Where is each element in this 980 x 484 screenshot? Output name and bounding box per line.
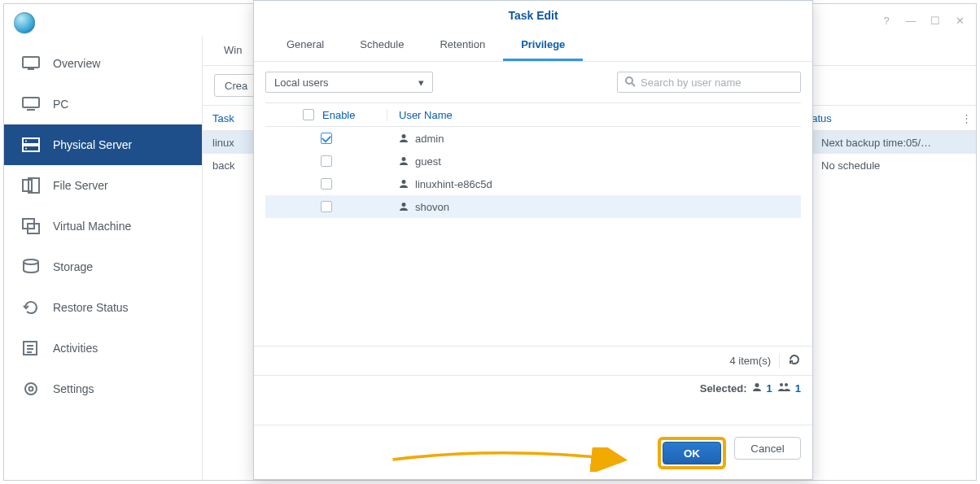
user-search[interactable] [617,72,801,93]
enable-checkbox[interactable] [321,178,332,190]
user-scope-select[interactable]: Local users ▾ [265,72,433,93]
user-icon [399,179,409,189]
svg-rect-3 [27,109,35,111]
close-icon[interactable]: ✕ [953,14,966,27]
enable-checkbox[interactable] [321,155,332,167]
user-name: guest [415,155,441,168]
group-icon [777,382,790,395]
sidebar-item-label: Storage [53,260,93,273]
user-row[interactable]: guest [265,150,801,172]
vm-icon [22,218,42,234]
ok-highlight: OK [658,437,726,469]
minimize-icon[interactable]: — [904,14,917,27]
user-row[interactable]: admin [265,127,801,150]
user-row[interactable]: linuxhint-e86c5d [265,172,801,195]
bg-th-task[interactable]: Task [203,112,252,124]
item-count: 4 item(s) [729,355,771,367]
th-username[interactable]: User Name [387,109,801,121]
sidebar-item-activities[interactable]: Activities [4,328,202,368]
enable-checkbox[interactable] [321,201,332,212]
user-row[interactable]: shovon [265,195,801,218]
maximize-icon[interactable]: ☐ [929,14,942,27]
svg-rect-2 [23,98,39,107]
sidebar-item-storage[interactable]: Storage [4,246,202,287]
help-icon[interactable]: ? [880,14,893,27]
sidebar-item-label: Settings [53,382,94,395]
user-icon [399,202,409,211]
overview-icon [22,55,42,72]
svg-line-20 [632,83,635,86]
sidebar-item-settings[interactable]: Settings [4,368,202,409]
user-name: shovon [415,201,449,213]
user-icon [752,382,762,395]
task-edit-modal: Task Edit General Schedule Retention Pri… [253,0,813,480]
summary-bar: 4 item(s) [254,346,812,375]
gear-icon [22,381,42,397]
tab-retention[interactable]: Retention [422,30,503,61]
selected-bar: Selected: 1 1 [254,375,812,401]
sidebar-item-label: Activities [53,342,98,355]
svg-point-18 [29,387,33,391]
sidebar-item-overview[interactable]: Overview [4,43,202,84]
sidebar-item-physical-server[interactable]: Physical Server [4,124,202,165]
sidebar-item-label: Overview [53,57,100,70]
sidebar: Overview PC Physical Server File Server … [4,37,203,480]
task-status: Next backup time:05/… [821,137,976,149]
bg-th-status[interactable]: Status [802,112,956,124]
svg-point-17 [25,383,37,395]
svg-rect-0 [23,57,39,68]
refresh-icon[interactable] [788,353,801,368]
chevron-down-icon: ▾ [418,76,424,89]
modal-title: Task Edit [254,1,812,30]
sidebar-item-label: Restore Status [53,301,129,314]
tab-privilege[interactable]: Privilege [503,30,583,61]
storage-icon [22,259,42,275]
select-value: Local users [274,76,328,89]
bg-tab-windows[interactable]: Win [212,37,253,65]
cancel-button[interactable]: Cancel [734,437,801,460]
create-button[interactable]: Crea [214,74,258,97]
tab-general[interactable]: General [269,30,342,61]
pc-icon [22,96,42,112]
sidebar-item-label: PC [53,98,68,111]
svg-point-12 [24,259,38,264]
select-all-checkbox[interactable] [303,109,314,120]
selected-label: Selected: [700,382,747,395]
th-enable[interactable]: Enable [322,109,355,121]
search-icon [624,76,636,89]
restore-icon [22,299,42,316]
server-icon [22,137,42,153]
task-status: No schedule [821,159,976,172]
sidebar-item-label: File Server [53,179,108,192]
user-icon [399,156,409,166]
modal-tabs: General Schedule Retention Privilege [254,30,812,62]
sidebar-item-label: Virtual Machine [53,220,131,233]
enable-checkbox[interactable] [321,133,332,144]
file-server-icon [22,177,42,194]
app-logo [14,12,35,33]
user-table-header: Enable User Name [265,102,801,127]
svg-rect-1 [28,68,34,70]
user-icon [399,133,409,143]
sidebar-item-file-server[interactable]: File Server [4,165,202,206]
svg-point-6 [25,141,27,142]
sidebar-item-virtual-machine[interactable]: Virtual Machine [4,206,202,246]
user-name: linuxhint-e86c5d [415,178,492,190]
svg-point-7 [25,148,27,150]
sidebar-item-pc[interactable]: PC [4,84,202,124]
activities-icon [22,340,42,356]
ok-button[interactable]: OK [663,442,721,464]
sidebar-item-restore-status[interactable]: Restore Status [4,287,202,328]
tab-schedule[interactable]: Schedule [342,30,422,61]
svg-point-19 [626,77,632,84]
search-input[interactable] [641,76,794,89]
svg-rect-8 [23,180,32,191]
selected-groups-count: 1 [795,382,801,395]
more-columns-icon[interactable]: ⋮ [956,112,976,124]
sidebar-item-label: Physical Server [53,138,132,151]
user-name: admin [415,133,444,145]
selected-users-count: 1 [767,382,772,395]
